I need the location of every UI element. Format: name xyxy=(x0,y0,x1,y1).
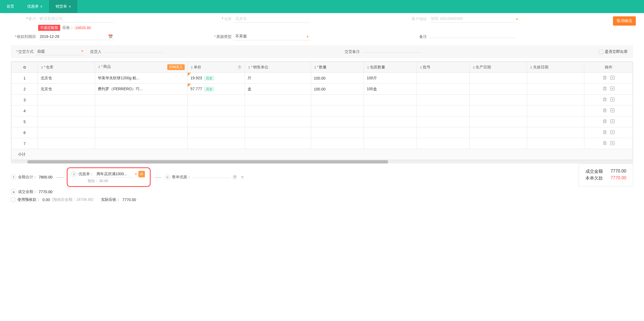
unit-cell[interactable] xyxy=(245,105,311,116)
invoice-type-field[interactable]: 不开票 ▾ xyxy=(234,33,310,40)
tab-coupon[interactable]: 优惠券× xyxy=(21,0,49,13)
delete-icon[interactable] xyxy=(602,75,607,81)
delete-icon[interactable] xyxy=(602,97,607,103)
add-row-icon[interactable] xyxy=(610,86,615,92)
sort-icon[interactable]: ▲▼ xyxy=(190,65,193,69)
chevron-down-icon[interactable]: ▾ xyxy=(307,35,308,38)
chevron-down-icon[interactable]: ▾ xyxy=(135,172,137,176)
pack-qty-cell[interactable] xyxy=(364,95,417,105)
unit-cell[interactable] xyxy=(245,95,311,105)
qty-cell[interactable]: 100.00 xyxy=(311,73,364,84)
product-cell[interactable] xyxy=(95,105,188,116)
warehouse-cell[interactable]: 北京仓 xyxy=(38,84,95,95)
qty-cell[interactable] xyxy=(311,95,364,105)
unit-cell[interactable] xyxy=(245,127,311,138)
add-row-icon[interactable] xyxy=(610,141,615,146)
warehouse-cell[interactable]: 北京仓 xyxy=(38,73,95,84)
refresh-icon[interactable]: ⟳ xyxy=(138,171,145,177)
delete-icon[interactable] xyxy=(602,141,607,146)
picker-field[interactable] xyxy=(104,50,164,53)
price-cell[interactable]: 57.777历史 xyxy=(188,84,245,95)
chevron-down-icon[interactable]: ▾ xyxy=(81,49,83,54)
close-icon[interactable]: × xyxy=(40,4,42,9)
delete-icon[interactable] xyxy=(602,108,607,114)
qty-cell[interactable] xyxy=(311,105,364,116)
tab-home[interactable]: 首页 xyxy=(0,0,21,13)
price-cell[interactable]: 19.923历史 xyxy=(188,73,245,84)
add-row-icon[interactable] xyxy=(610,119,615,125)
add-row-icon[interactable] xyxy=(610,130,615,135)
help-icon[interactable]: ? xyxy=(237,65,242,70)
delete-icon[interactable] xyxy=(602,119,607,125)
qty-cell[interactable] xyxy=(311,138,364,149)
immediate-out-checkbox[interactable] xyxy=(599,50,603,54)
pack-qty-cell[interactable]: 100斤 xyxy=(364,73,417,84)
pack-qty-cell[interactable] xyxy=(364,105,417,116)
row-number: 6 xyxy=(11,127,38,138)
warehouse-cell[interactable] xyxy=(38,138,95,149)
qty-cell[interactable] xyxy=(311,116,364,127)
add-row-icon[interactable] xyxy=(610,75,615,81)
tab-sales-order[interactable]: 销货单× xyxy=(49,0,77,13)
sort-icon[interactable]: ▲▼ xyxy=(41,65,43,69)
unit-cell[interactable] xyxy=(245,138,311,149)
gear-icon[interactable]: ⚙ xyxy=(23,65,26,69)
warehouse-cell[interactable] xyxy=(38,127,95,138)
chevron-down-icon[interactable]: ▾ xyxy=(516,17,518,21)
cancel-logistics-button[interactable]: 取消物流 xyxy=(613,16,636,26)
help-icon[interactable]: ? xyxy=(232,175,237,180)
order-discount-field[interactable] xyxy=(193,177,231,178)
warehouse-cell[interactable] xyxy=(38,116,95,127)
add-row-icon[interactable] xyxy=(610,108,615,114)
table-row[interactable]: 5 xyxy=(11,116,633,127)
sort-icon[interactable]: ▲▼ xyxy=(367,65,369,69)
sort-icon[interactable]: ▲▼ xyxy=(314,65,317,69)
warehouse-field[interactable]: 北京仓 xyxy=(234,15,310,23)
pack-qty-cell[interactable]: 100盒 xyxy=(364,84,417,95)
pack-qty-cell[interactable] xyxy=(364,127,417,138)
table-row[interactable]: 1 北京仓 华美华夫软饼1200g 糕... 19.923历史 斤 100.00… xyxy=(11,73,633,84)
sort-icon[interactable]: ▲▼ xyxy=(420,65,422,69)
sort-icon[interactable]: ▲▼ xyxy=(248,65,250,69)
table-row[interactable]: 2 北京仓 费列罗（FERRERO）巧... 57.777历史 盒 100.00… xyxy=(11,84,633,95)
product-cell[interactable] xyxy=(95,127,188,138)
unit-cell[interactable]: 盒 xyxy=(245,84,311,95)
remark-field[interactable] xyxy=(429,35,516,38)
history-button[interactable]: 历史 xyxy=(204,76,215,81)
product-cell[interactable] xyxy=(95,138,188,149)
warehouse-cell[interactable] xyxy=(38,105,95,116)
product-cell[interactable] xyxy=(95,95,188,105)
product-cell[interactable]: 华美华夫软饼1200g 糕... xyxy=(95,73,188,84)
delivery-remark-field[interactable] xyxy=(362,50,422,53)
address-field[interactable]: 张阳 18513400390 xyxy=(429,15,516,23)
table-row[interactable]: 7 xyxy=(11,138,633,149)
qty-cell[interactable]: 100.00 xyxy=(311,84,364,95)
sort-icon[interactable]: ▲▼ xyxy=(472,65,475,69)
add-row-icon[interactable] xyxy=(610,97,615,103)
sort-icon[interactable]: ▲▼ xyxy=(98,65,101,69)
qty-cell[interactable] xyxy=(311,127,364,138)
unit-cell[interactable]: 斤 xyxy=(245,73,311,84)
warehouse-cell[interactable] xyxy=(38,95,95,105)
table-row[interactable]: 3 xyxy=(11,95,633,105)
delete-icon[interactable] xyxy=(602,130,607,135)
table-row[interactable]: 4 xyxy=(11,105,633,116)
pack-qty-cell[interactable] xyxy=(364,138,417,149)
product-cell[interactable]: 费列罗（FERRERO）巧... xyxy=(95,84,188,95)
horizontal-scrollbar[interactable] xyxy=(11,160,633,163)
table-row[interactable]: 6 xyxy=(11,127,633,138)
pack-qty-cell[interactable] xyxy=(364,116,417,127)
delete-icon[interactable] xyxy=(602,86,607,92)
product-cell[interactable] xyxy=(95,116,188,127)
close-icon[interactable]: × xyxy=(69,4,71,9)
customer-field[interactable]: 昕乐贸易公司 xyxy=(38,15,114,23)
calendar-icon[interactable]: 📅 xyxy=(108,34,113,39)
sort-icon[interactable]: ▲▼ xyxy=(530,65,533,69)
unit-cell[interactable] xyxy=(245,116,311,127)
scan-button[interactable]: 扫码录入 xyxy=(167,64,185,70)
delivery-method-field[interactable]: 自提 ▾ xyxy=(36,48,85,55)
use-prepay-checkbox[interactable] xyxy=(11,198,15,202)
payment-date-field[interactable]: 2019-12-29 📅 xyxy=(38,33,114,40)
coupon-select[interactable]: 周年店庆满1000... xyxy=(95,171,133,177)
history-button[interactable]: 历史 xyxy=(204,87,215,92)
